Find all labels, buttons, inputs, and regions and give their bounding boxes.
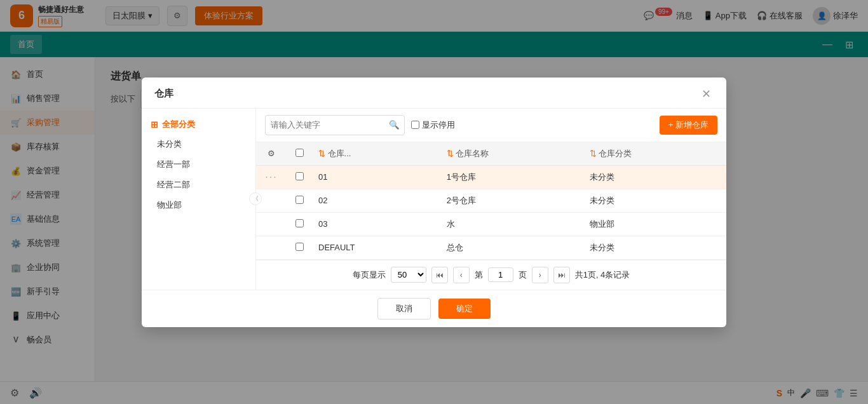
row-checkbox-1[interactable] [295, 172, 304, 180]
dialog-footer: 取消 确定 [142, 290, 726, 327]
row-cell-name-4: 总仓 [440, 236, 583, 259]
search-input-wrap: 🔍 [265, 115, 405, 135]
search-button[interactable]: 🔍 [384, 116, 404, 135]
next-page-button[interactable]: › [532, 267, 548, 283]
row-cell-name-2: 2号仓库 [440, 189, 583, 212]
right-toolbar: 🔍 显示停用 + 新增仓库 [256, 109, 726, 142]
row-checkbox-3[interactable] [295, 219, 304, 227]
confirm-button[interactable]: 确定 [438, 299, 491, 319]
tree-item-property[interactable]: 物业部 [142, 195, 255, 215]
row-cell-category-3: 物业部 [583, 212, 726, 236]
sort-icon-3: ⇅ [590, 149, 597, 158]
cancel-button[interactable]: 取消 [377, 298, 431, 320]
row-cell-category-2: 未分类 [583, 189, 726, 212]
row-cell-category-4: 未分类 [583, 236, 726, 259]
row-cell-name-3: 水 [440, 212, 583, 236]
row-cell-name-1: 1号仓库 [440, 165, 583, 189]
row-cell-checkbox-2 [287, 189, 312, 212]
row-dots-3 [256, 212, 287, 236]
row-cell-checkbox-4 [287, 236, 312, 259]
tree-collapse-button[interactable]: 《 [249, 192, 262, 205]
row-checkbox-2[interactable] [295, 196, 304, 204]
col-name: ⇅ 仓库名称 [440, 142, 583, 166]
table-row[interactable]: 02 2号仓库 未分类 [256, 189, 726, 212]
prev-page-button[interactable]: ‹ [453, 267, 470, 283]
page-suffix: 页 [519, 269, 527, 281]
per-page-label: 每页显示 [353, 269, 386, 281]
col-category: ⇅ 仓库分类 [583, 142, 726, 166]
sort-icon: ⇅ [318, 149, 325, 158]
tree-root-label: 全部分类 [162, 119, 195, 130]
row-cell-checkbox-1 [287, 165, 312, 189]
dialog-header: 仓库 ✕ [142, 77, 726, 109]
table-row[interactable]: DEFAULT 总仓 未分类 [256, 236, 726, 259]
table-row[interactable]: ··· 01 1号仓库 未分类 [256, 165, 726, 189]
row-cell-code-2: 02 [312, 189, 440, 212]
tree-item-dept2[interactable]: 经营二部 [142, 175, 255, 195]
search-icon: 🔍 [389, 120, 400, 130]
first-page-button[interactable]: ⏮ [431, 267, 448, 283]
last-page-button[interactable]: ⏭ [553, 267, 570, 283]
dialog-close-button[interactable]: ✕ [698, 86, 714, 102]
table-body: ··· 01 1号仓库 未分类 [256, 165, 726, 259]
row-cell-code-4: DEFAULT [312, 236, 440, 259]
row-checkbox-4[interactable] [295, 243, 304, 251]
col-checkbox [287, 142, 312, 166]
page-label: 第 [475, 269, 483, 281]
tree-item-unclassified[interactable]: 未分类 [142, 134, 255, 154]
total-info: 共1页, 4条记录 [575, 269, 630, 281]
row-dots-4 [256, 236, 287, 259]
tree-panel: ⊞ 全部分类 未分类 经营一部 经营二部 物业部 《 [142, 109, 256, 290]
row-cell-checkbox-3 [287, 212, 312, 236]
per-page-select[interactable]: 50 10 20 100 [391, 267, 426, 283]
row-dots-1: ··· [256, 165, 287, 189]
data-table: ⚙ ⇅ 仓库... ⇅ 仓库名称 [256, 142, 726, 260]
show-disabled-label[interactable]: 显示停用 [411, 119, 455, 131]
show-disabled-text: 显示停用 [422, 119, 455, 131]
row-cell-category-1: 未分类 [583, 165, 726, 189]
row-cell-code-1: 01 [312, 165, 440, 189]
tree-root[interactable]: ⊞ 全部分类 [142, 115, 255, 134]
dialog-title: 仓库 [154, 88, 173, 100]
col-code: ⇅ 仓库... [312, 142, 440, 166]
select-all-checkbox[interactable] [295, 149, 304, 157]
add-warehouse-button[interactable]: + 新增仓库 [660, 116, 717, 135]
grid-icon: ⊞ [151, 119, 158, 130]
tree-item-dept1[interactable]: 经营一部 [142, 154, 255, 175]
dialog-body: ⊞ 全部分类 未分类 经营一部 经营二部 物业部 《 🔍 [142, 109, 726, 290]
right-panel: 🔍 显示停用 + 新增仓库 ⚙ [256, 109, 726, 290]
warehouse-dialog: 仓库 ✕ ⊞ 全部分类 未分类 经营一部 经营二部 物业部 《 [142, 77, 726, 327]
pagination-bar: 每页显示 50 10 20 100 ⏮ ‹ 第 页 › ⏭ 共1页, 4条记录 [256, 260, 726, 290]
table-header: ⚙ ⇅ 仓库... ⇅ 仓库名称 [256, 142, 726, 166]
row-action-dots[interactable]: ··· [265, 172, 277, 182]
warehouse-table: ⚙ ⇅ 仓库... ⇅ 仓库名称 [256, 142, 726, 260]
row-cell-code-3: 03 [312, 212, 440, 236]
col-settings: ⚙ [256, 142, 287, 166]
table-row[interactable]: 03 水 物业部 [256, 212, 726, 236]
sort-icon-2: ⇅ [447, 149, 454, 158]
search-input[interactable] [266, 117, 384, 133]
show-disabled-checkbox[interactable] [411, 121, 419, 129]
page-number-input[interactable] [488, 267, 513, 282]
modal-overlay: 仓库 ✕ ⊞ 全部分类 未分类 经营一部 经营二部 物业部 《 [0, 0, 868, 404]
